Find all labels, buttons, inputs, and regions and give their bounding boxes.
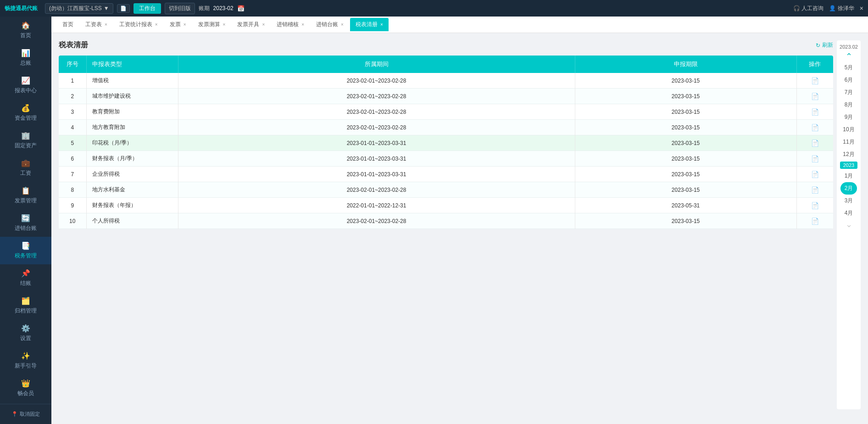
cell-action[interactable]: 📄 <box>796 135 833 151</box>
sidebar-item-fixed-asset[interactable]: 🏢 固定资产 <box>0 127 51 154</box>
action-icon[interactable]: 📄 <box>811 93 819 100</box>
tab-invoice-calc-close[interactable]: × <box>223 22 226 27</box>
timeline-down-button[interactable]: ⌄ <box>845 219 853 229</box>
tab-invoice-close[interactable]: × <box>184 22 186 27</box>
cell-action[interactable]: 📄 <box>796 89 833 104</box>
tab-home[interactable]: 首页 <box>57 18 79 31</box>
action-icon[interactable]: 📄 <box>811 139 819 147</box>
cell-action[interactable]: 📄 <box>796 104 833 120</box>
page-header: 税表清册 ↻ 刷新 <box>59 40 833 50</box>
sidebar-label-settings: 设置 <box>20 335 31 342</box>
user-avatar[interactable]: 👤 徐泽华 <box>829 5 854 12</box>
action-icon[interactable]: 📄 <box>811 202 819 209</box>
timeline-month-10[interactable]: 10月 <box>837 123 861 136</box>
sidebar-item-wage[interactable]: 💼 工资 <box>0 154 51 182</box>
cell-action[interactable]: 📄 <box>796 213 833 229</box>
refresh-label: 刷新 <box>822 41 833 49</box>
cell-period: 2023-02-01~2023-02-28 <box>178 73 575 89</box>
action-icon[interactable]: 📄 <box>811 108 819 116</box>
cell-no: 6 <box>59 151 86 167</box>
cell-deadline: 2023-03-15 <box>575 135 796 151</box>
ai-consult-btn[interactable]: 🎧 人工咨询 <box>793 5 823 12</box>
old-mode-button[interactable]: 切到旧版 <box>165 3 195 14</box>
sidebar-item-member[interactable]: 👑 畅会员 <box>0 374 51 402</box>
tab-invoice-open-close[interactable]: × <box>262 22 265 27</box>
sidebar-label-invoice-mgmt: 发票管理 <box>15 197 37 205</box>
cell-deadline: 2023-03-15 <box>575 89 796 104</box>
col-type: 申报表类型 <box>86 56 178 73</box>
sidebar-item-ledger[interactable]: 📊 总账 <box>0 44 51 72</box>
tab-wage-stat-close[interactable]: × <box>155 22 158 27</box>
tab-purchase-ledger[interactable]: 进销台账 × <box>311 18 349 31</box>
cell-action[interactable]: 📄 <box>796 120 833 135</box>
tab-wage-table[interactable]: 工资表 × <box>80 18 113 31</box>
action-icon[interactable]: 📄 <box>811 218 819 225</box>
tab-invoice-calc[interactable]: 发票测算 × <box>193 18 231 31</box>
action-icon[interactable]: 📄 <box>811 124 819 131</box>
timeline-month-1[interactable]: 1月 <box>837 170 861 182</box>
sidebar-item-archive[interactable]: 🗂️ 归档管理 <box>0 292 51 319</box>
cell-action[interactable]: 📄 <box>796 182 833 198</box>
tab-purchase-audit[interactable]: 进销稽核 × <box>271 18 310 31</box>
sidebar-item-new-guide[interactable]: ✨ 新手引导 <box>0 347 51 374</box>
sidebar-item-invoice-mgmt[interactable]: 📋 发票管理 <box>0 182 51 209</box>
tab-purchase-ledger-close[interactable]: × <box>341 22 344 27</box>
timeline-month-4[interactable]: 4月 <box>837 207 861 219</box>
col-period: 所属期间 <box>178 56 575 73</box>
sidebar-item-settlement[interactable]: 📌 结账 <box>0 264 51 292</box>
action-icon[interactable]: 📄 <box>811 77 819 84</box>
tab-tax-form[interactable]: 税表清册 × <box>350 18 389 31</box>
sidebar-label-ledger: 总账 <box>20 59 31 67</box>
action-icon[interactable]: 📄 <box>811 155 819 162</box>
timeline-month-9[interactable]: 9月 <box>837 111 861 123</box>
refresh-button[interactable]: ↻ 刷新 <box>816 41 833 49</box>
cell-action[interactable]: 📄 <box>796 198 833 213</box>
timeline-month-12[interactable]: 12月 <box>837 148 861 161</box>
tab-wage-table-close[interactable]: × <box>105 22 107 27</box>
col-deadline: 申报期限 <box>575 56 796 73</box>
tab-purchase-audit-close[interactable]: × <box>301 22 304 27</box>
app-logo: 畅捷通易代账 <box>5 5 38 12</box>
tab-tax-form-close[interactable]: × <box>380 22 383 27</box>
calendar-icon-btn[interactable]: 📄 <box>117 4 130 13</box>
timeline-up-button[interactable]: ⌃ <box>845 51 853 61</box>
timeline-month-11[interactable]: 11月 <box>837 136 861 148</box>
tab-invoice[interactable]: 发票 × <box>164 18 192 31</box>
cell-deadline: 2023-03-15 <box>575 151 796 167</box>
workbench-button[interactable]: 工作台 <box>134 3 161 14</box>
cancel-fixed-button[interactable]: 📍 取消固定 <box>0 408 51 420</box>
window-close-button[interactable]: × <box>860 5 863 12</box>
sidebar-item-home[interactable]: 🏠 首页 <box>0 17 51 44</box>
tax-table: 序号 申报表类型 所属期间 申报期限 操作 1增值税2023-02-01~202… <box>59 56 833 229</box>
action-icon[interactable]: 📄 <box>811 186 819 194</box>
company-selector[interactable]: (勿动）江西服宝-LSS ▼ <box>45 3 113 14</box>
timeline-month-6[interactable]: 6月 <box>837 74 861 86</box>
action-icon[interactable]: 📄 <box>811 171 819 178</box>
sidebar-label-member: 畅会员 <box>17 390 34 397</box>
timeline-month-3[interactable]: 3月 <box>837 195 861 207</box>
sidebar-item-fund[interactable]: 💰 资金管理 <box>0 99 51 127</box>
cell-deadline: 2023-03-15 <box>575 213 796 229</box>
sidebar-item-report[interactable]: 📈 报表中心 <box>0 72 51 99</box>
timeline-month-8[interactable]: 8月 <box>837 99 861 111</box>
page-title: 税表清册 <box>59 40 88 50</box>
timeline-month-5[interactable]: 5月 <box>837 61 861 74</box>
sidebar-label-tax-mgmt: 税务管理 <box>15 252 37 260</box>
cell-action[interactable]: 📄 <box>796 167 833 182</box>
cell-action[interactable]: 📄 <box>796 151 833 167</box>
sidebar-item-purchase-sales[interactable]: 🔄 进销台账 <box>0 209 51 237</box>
sidebar-item-tax-mgmt[interactable]: 📑 税务管理 <box>0 237 51 264</box>
sidebar-item-settings[interactable]: ⚙️ 设置 <box>0 319 51 347</box>
cell-period: 2023-02-01~2023-02-28 <box>178 89 575 104</box>
page-content: 税表清册 ↻ 刷新 序号 申报表类型 所属期间 申报期限 操作 <box>51 33 868 424</box>
table-row: 5印花税（月/季）2023-01-01~2023-03-312023-03-15… <box>59 135 833 151</box>
timeline-month-2-active[interactable]: 2月 <box>840 182 857 195</box>
table-row: 6财务报表（月/季）2023-01-01~2023-03-312023-03-1… <box>59 151 833 167</box>
tab-invoice-open[interactable]: 发票开具 × <box>232 18 270 31</box>
company-name: (勿动）江西服宝-LSS <box>49 5 102 12</box>
timeline-month-7[interactable]: 7月 <box>837 86 861 99</box>
tab-wage-stat[interactable]: 工资统计报表 × <box>114 18 163 31</box>
headset-icon: 🎧 <box>793 5 800 11</box>
calendar-icon[interactable]: 📅 <box>237 5 245 12</box>
cell-action[interactable]: 📄 <box>796 73 833 89</box>
